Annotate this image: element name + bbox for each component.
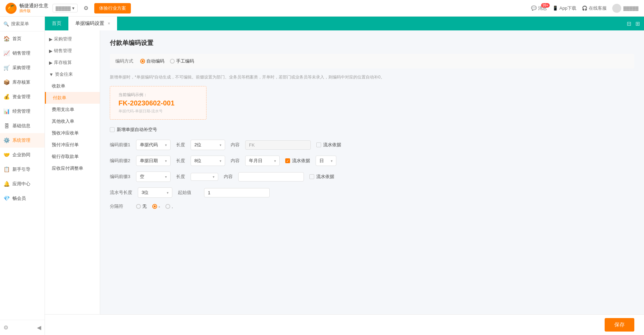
sidebar-item-system[interactable]: ⚙️ 系统管理 (0, 133, 45, 148)
sub-item-adjustment[interactable]: 应收应付调整单 (45, 162, 100, 174)
content3-input[interactable] (238, 172, 304, 182)
length2-select[interactable]: 8位 ▾ (191, 156, 225, 166)
sub-group-stock-title[interactable]: ▶ 库存核算 (45, 57, 100, 68)
app-download-button[interactable]: 📱 App下载 (552, 5, 576, 11)
prefix2-label: 编码前缀2 (110, 158, 131, 164)
sidebar-item-apps[interactable]: 🔔 应用中心 (0, 177, 45, 191)
settings-icon-btn[interactable]: ⚙ (80, 3, 92, 14)
serial2-checkbox-box: ✓ (285, 158, 290, 163)
start-value-input[interactable] (204, 188, 270, 197)
separator-row: 分隔符 无 - . (110, 203, 634, 210)
sidebar-item-label: 企业协同 (12, 152, 30, 158)
serial2-checkbox[interactable]: ✓ 流水依据 (285, 158, 310, 164)
dropdown-arrow-icon: ▾ (72, 6, 75, 11)
top-bar-controls: ▓▓▓▓▓ ▾ ⚙ 体验行业方案 (52, 3, 131, 14)
sep-dot-label: . (172, 204, 173, 209)
message-button[interactable]: 💬 消息 99+ (531, 5, 547, 11)
cooperation-icon: 🤝 (3, 152, 10, 158)
content2-select[interactable]: 年月日 ▾ (245, 156, 280, 166)
sep-none-radio[interactable]: 无 (136, 203, 147, 210)
serial-length-select[interactable]: 3位 ▾ (138, 187, 172, 198)
sub-group-sales-title[interactable]: ▶ 销售管理 (45, 45, 100, 57)
auto-fill-checkbox[interactable]: 新增单据自动补空号 (110, 127, 157, 133)
prefix3-label: 编码前缀3 (110, 174, 131, 180)
sub-item-receipt[interactable]: 收款单 (45, 80, 100, 92)
sidebar-item-purchase[interactable]: 🛒 采购管理 (0, 61, 45, 75)
online-service-button[interactable]: 🎧 在线客服 (582, 5, 607, 11)
tab-coding-settings[interactable]: 单据编码设置 × (68, 17, 117, 30)
radio-manual-code[interactable]: 手工编码 (170, 58, 194, 64)
prefix3-select[interactable]: 空 ▾ (136, 171, 171, 182)
sidebar-item-home[interactable]: 🏠 首页 (0, 31, 45, 46)
sub-item-prepay-payable[interactable]: 预付冲应付单 (45, 139, 100, 151)
user-area[interactable]: ▓▓▓▓▓ (612, 4, 638, 13)
length1-select[interactable]: 2位 ▾ (191, 140, 225, 150)
workspace-dropdown[interactable]: ▓▓▓▓▓ ▾ (52, 4, 78, 12)
sidebar-item-cooperation[interactable]: 🤝 企业协同 (0, 148, 45, 162)
sidebar-item-finance[interactable]: 💰 资金管理 (0, 90, 45, 104)
sidebar-settings-icon[interactable]: ⚙ (3, 324, 8, 331)
prefix1-select[interactable]: 单据代码 ▾ (136, 140, 171, 150)
tab-home-label: 首页 (52, 20, 61, 27)
radio-auto-code[interactable]: 自动编码 (140, 58, 164, 64)
save-button[interactable]: 保存 (605, 318, 634, 332)
sub-item-prepay-receivable[interactable]: 预收冲应收单 (45, 127, 100, 139)
logo-sub: 插件版 (19, 8, 48, 13)
content2-value: 年月日 (249, 158, 262, 164)
finance-icon: 💰 (3, 94, 10, 100)
sidebar-item-member[interactable]: 💎 畅会员 (0, 191, 45, 206)
trial-button[interactable]: 体验行业方案 (94, 3, 131, 13)
length2-label: 长度 (176, 158, 185, 164)
sidebar-item-sales[interactable]: 📈 销售管理 (0, 46, 45, 61)
sidebar-search[interactable]: 🔍 搜索菜单 (0, 17, 45, 31)
sidebar: 🔍 搜索菜单 🏠 首页 📈 销售管理 🛒 采购管理 📦 库存核算 💰 (0, 17, 45, 335)
sidebar-search-label: 搜索菜单 (11, 21, 29, 27)
sub-item-bank-savings[interactable]: 银行存取款单 (45, 151, 100, 162)
sidebar-item-label: 基础信息 (12, 123, 30, 129)
serial2-period-select[interactable]: 日 ▾ (316, 156, 336, 166)
tab-maximize-icon[interactable]: ⊞ (635, 20, 640, 27)
main-content: 付款单编码设置 编码方式 自动编码 手工编码 (100, 30, 644, 314)
home-icon: 🏠 (3, 36, 10, 42)
prefix3-value: 空 (140, 174, 144, 180)
content1-label: 内容 (231, 142, 240, 148)
auto-code-label: 自动编码 (146, 58, 164, 64)
prefix1-row: 编码前缀1 单据代码 ▾ 长度 2位 ▾ 内容 流水依据 (110, 140, 634, 150)
sub-group-capital-title[interactable]: ▼ 资金往来 (45, 68, 100, 80)
sep-dash-radio[interactable]: - (152, 204, 160, 209)
tab-close-icon[interactable]: × (108, 21, 110, 26)
sidebar-collapse-icon[interactable]: ◀ (37, 324, 41, 331)
length2-value: 8位 (194, 158, 201, 164)
serial3-checkbox[interactable]: 流水依据 (309, 174, 334, 180)
sidebar-item-label: 应用中心 (12, 181, 30, 187)
auto-fill-row: 新增单据自动补空号 (110, 127, 634, 133)
sub-group-purchase: ▶ 采购管理 (45, 33, 100, 45)
bottom-bar: 保存 (45, 314, 644, 335)
sub-item-payment[interactable]: 付款单 (45, 92, 100, 104)
content1-input[interactable] (245, 140, 311, 150)
tab-minimize-icon[interactable]: ⊟ (627, 20, 631, 27)
system-icon: ⚙️ (3, 137, 10, 143)
length3-select[interactable]: ▾ (191, 173, 218, 181)
sidebar-item-label: 销售管理 (12, 50, 30, 56)
sub-group-capital: ▼ 资金往来 收款单 付款单 费用支出单 其他收入单 预收冲应收单 预付冲应付单… (45, 68, 100, 174)
sep-dot-radio[interactable]: . (165, 204, 173, 209)
search-icon: 🔍 (3, 21, 9, 27)
sub-item-expense[interactable]: 费用支出单 (45, 104, 100, 115)
sidebar-item-base[interactable]: 🗄 基础信息 (0, 119, 45, 133)
serial2-label: 流水依据 (292, 158, 310, 164)
serial1-checkbox[interactable]: 流水依据 (316, 142, 341, 148)
sidebar-item-stock[interactable]: 📦 库存核算 (0, 75, 45, 90)
tab-home[interactable]: 首页 (45, 17, 68, 30)
logo-area: 🍊 畅捷通好生意 插件版 (6, 3, 48, 14)
prefix2-row: 编码前缀2 单据日期 ▾ 长度 8位 ▾ 内容 年月日 ▾ (110, 156, 634, 166)
sub-group-purchase-title[interactable]: ▶ 采购管理 (45, 33, 100, 45)
hint-text: 新增单据时，*单据编码*自动生成，不可编辑。前缀设置为部门、业务员等档案类，开单… (110, 74, 634, 81)
length2-arrow-icon: ▾ (220, 159, 221, 163)
content3-label: 内容 (224, 174, 233, 180)
sidebar-item-operation[interactable]: 📊 经营管理 (0, 104, 45, 119)
prefix2-select[interactable]: 单据日期 ▾ (136, 156, 171, 166)
sub-sidebar: ▶ 采购管理 ▶ 销售管理 ▶ 库存核算 (45, 30, 100, 314)
sidebar-item-guide[interactable]: 📋 新手引导 (0, 162, 45, 177)
sub-item-other-income[interactable]: 其他收入单 (45, 115, 100, 127)
